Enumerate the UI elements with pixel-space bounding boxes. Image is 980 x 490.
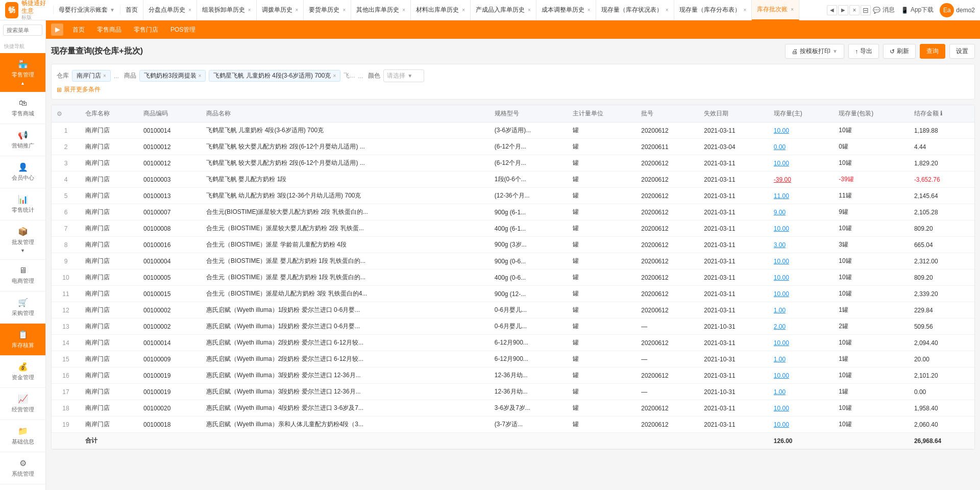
cell-qty-main[interactable]: 10.00	[769, 122, 834, 139]
cell-qty-main[interactable]: 10.00	[769, 400, 834, 416]
table-header-row: ⚙ 仓库名称 商品编码 商品名称 规格型号 主计量单位 批号 失效日期 现存量(…	[52, 105, 974, 122]
expand-conditions-button[interactable]: ⊞ 展开更多条件	[57, 85, 969, 94]
cell-qty-main[interactable]: 10.00	[769, 155, 834, 172]
cell-qty-main[interactable]: 1.00	[769, 384, 834, 400]
color-select[interactable]: 请选择 ▼	[383, 69, 424, 82]
cell-qty-main[interactable]: 2.00	[769, 318, 834, 335]
cell-spec: 12-36月幼...	[489, 368, 568, 384]
sidebar-item-enterprise[interactable]: 🏢 企业协同	[0, 484, 45, 490]
nav-expand-btn[interactable]: ▶	[51, 23, 63, 36]
sidebar-item-purchase[interactable]: 🛒 采购管理	[0, 291, 45, 324]
cell-qty-main[interactable]: 10.00	[769, 286, 834, 302]
cell-qty-main[interactable]: 1.00	[769, 302, 834, 318]
cell-batch: 20200612	[636, 335, 699, 351]
sidebar-item-mall[interactable]: 🛍 零售商城	[0, 92, 45, 124]
goods-remove-0[interactable]: ×	[199, 73, 202, 79]
cell-qty-main[interactable]: 10.00	[769, 368, 834, 384]
tab-cost[interactable]: 成本调整单历史 ×	[536, 0, 596, 20]
sidebar-item-marketing[interactable]: 📢 营销推广	[0, 124, 45, 156]
cell-num: 14	[52, 335, 80, 351]
sidebar-item-inventory[interactable]: 📋 库存核算	[0, 324, 45, 356]
company-name[interactable]: 母婴行业演示账套	[59, 6, 108, 14]
cell-qty-main[interactable]: 3.00	[769, 237, 834, 253]
cell-code: 00100012	[138, 155, 201, 172]
tab-disassemble[interactable]: 组装拆卸单历史 ×	[197, 0, 257, 20]
tab-prev-arrow[interactable]: ◀	[827, 5, 837, 15]
tab-material[interactable]: 材料出库单历史 ×	[411, 0, 471, 20]
tab-close[interactable]: ×	[342, 7, 346, 13]
sec-nav-shop[interactable]: 零售门店	[129, 23, 163, 36]
sidebar-item-member[interactable]: 👤 会员中心	[0, 156, 45, 188]
tab-inv-dist[interactable]: 现存量（库存分布表） ×	[674, 0, 752, 20]
tab-close[interactable]: ×	[296, 7, 299, 13]
cell-qty-main[interactable]: 10.00	[769, 270, 834, 286]
tab-close[interactable]: ×	[791, 7, 794, 12]
tab-close[interactable]: ×	[666, 7, 669, 13]
col-name: 商品名称	[201, 105, 489, 122]
tab-inv-status[interactable]: 现存量（库存状况表） ×	[596, 0, 674, 20]
tab-more[interactable]: ⊟	[861, 5, 871, 15]
column-settings-icon[interactable]: ⚙	[57, 110, 62, 117]
goods-remove-1[interactable]: ×	[333, 73, 336, 79]
cell-qty-main[interactable]: -39.00	[769, 172, 834, 188]
sidebar-item-wholesale[interactable]: 📦 批发管理 ▼	[0, 220, 45, 260]
sec-nav-goods[interactable]: 零售商品	[92, 23, 127, 36]
col-settings[interactable]: ⚙	[52, 105, 80, 122]
export-button[interactable]: ↑ 导出	[848, 44, 879, 59]
tab-close[interactable]: ×	[744, 7, 747, 13]
tab-mix[interactable]: 调拨单历史 ×	[257, 0, 304, 20]
cell-qty-pkg: 10罐	[834, 416, 909, 433]
tab-close[interactable]: ×	[462, 7, 465, 13]
cell-qty-main[interactable]: 11.00	[769, 188, 834, 204]
message-button[interactable]: 💬 消息	[873, 6, 895, 14]
tab-close[interactable]: ×	[402, 7, 405, 13]
sec-nav-home[interactable]: 首页	[67, 23, 90, 36]
tab-batch-ledger[interactable]: 库存批次账 ×	[752, 0, 799, 20]
goods-tag-1[interactable]: 飞鹤星飞帆 儿童奶粉 4段(3-6岁适用) 700克 ×	[209, 70, 340, 82]
company-dropdown-icon[interactable]: ▼	[110, 7, 115, 13]
warehouse-dots[interactable]: ...	[114, 72, 119, 80]
sidebar-item-finance[interactable]: 💰 资金管理	[0, 356, 45, 388]
tab-product[interactable]: 产成品入库单历史 ×	[471, 0, 536, 20]
refresh-button[interactable]: ↺ 刷新	[883, 44, 916, 59]
tab-demand[interactable]: 要货单历史 ×	[304, 0, 351, 20]
cell-qty-main[interactable]: 1.00	[769, 351, 834, 368]
sidebar-item-retail[interactable]: 🏪 零售管理 ▲	[0, 53, 45, 92]
goods-dots[interactable]: 飞...	[344, 71, 355, 80]
settings-button[interactable]: 设置	[949, 44, 975, 59]
template-print-button[interactable]: 🖨 按模板打印 ▼	[785, 44, 844, 59]
cell-warehouse: 南岸门店	[80, 270, 138, 286]
cell-amount: 2,060.40	[909, 416, 974, 433]
search-input[interactable]	[3, 24, 42, 36]
sec-nav-pos[interactable]: POS管理	[165, 23, 201, 36]
cell-qty-main[interactable]: 10.00	[769, 416, 834, 433]
goods-tag-0[interactable]: 飞鹤奶粉3段两提装 ×	[139, 70, 206, 82]
goods-dots2[interactable]: ...	[358, 72, 363, 80]
tab-close[interactable]: ×	[188, 7, 191, 13]
tab-home[interactable]: 首页	[120, 0, 143, 20]
sidebar-item-stats[interactable]: 📊 零售统计	[0, 188, 45, 220]
tab-close[interactable]: ×	[248, 7, 251, 13]
cell-spec: 6-12月900...	[489, 351, 568, 368]
cell-qty-main[interactable]: 10.00	[769, 220, 834, 237]
tab-next-arrow[interactable]: ▶	[838, 5, 848, 15]
app-download-button[interactable]: 📱 App下载	[901, 6, 934, 14]
sidebar-item-system[interactable]: ⚙ 系统管理	[0, 452, 45, 484]
tab-close-all[interactable]: ×	[849, 5, 860, 15]
tab-distribute[interactable]: 分盘点单历史 ×	[143, 0, 197, 20]
tab-close[interactable]: ×	[528, 7, 531, 13]
sidebar-item-ecommerce[interactable]: 🖥 电商管理	[0, 260, 45, 291]
warehouse-remove-icon[interactable]: ×	[103, 73, 106, 79]
user-avatar[interactable]: Ea demo2	[940, 3, 975, 17]
sidebar-item-operation[interactable]: 📈 经营管理	[0, 388, 45, 420]
tab-outbound[interactable]: 其他出库单历史 ×	[351, 0, 411, 20]
query-button[interactable]: 查询	[920, 44, 945, 59]
cell-qty-main[interactable]: 0.00	[769, 139, 834, 155]
cell-qty-main[interactable]: 10.00	[769, 335, 834, 351]
warehouse-tag[interactable]: 南岸门店 ×	[72, 70, 111, 82]
cell-qty-main[interactable]: 9.00	[769, 204, 834, 220]
sidebar-item-basic[interactable]: 📁 基础信息	[0, 420, 45, 452]
cell-unit: 罐	[568, 270, 636, 286]
cell-qty-main[interactable]: 10.00	[769, 253, 834, 270]
tab-close[interactable]: ×	[587, 7, 591, 13]
